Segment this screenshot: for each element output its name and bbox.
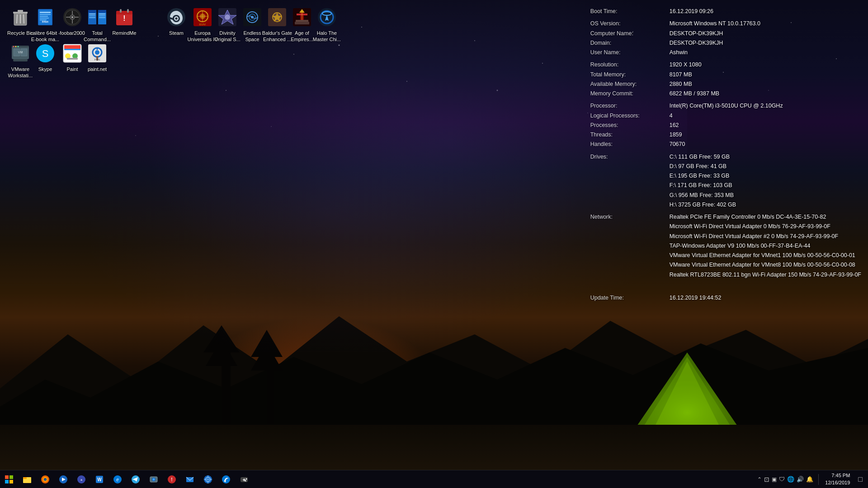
logical-proc-key: Logical Processors: <box>590 111 670 121</box>
svg-marker-8 <box>628 352 746 438</box>
total-memory-val: 8107 MB <box>670 70 692 80</box>
boot-time-val: 16.12.2019 09:26 <box>670 7 713 16</box>
paintnet-label: paint.net <box>88 66 107 72</box>
svg-rect-55 <box>13 59 28 61</box>
start-button[interactable] <box>0 470 18 488</box>
sysinfo-update: Update Time: 16.12.2019 19:44:52 <box>590 293 861 303</box>
skype-icon: S <box>34 42 56 64</box>
taskbar-clock[interactable]: 7:45 PM 12/16/2019 <box>821 472 854 486</box>
svg-rect-104 <box>9 480 13 483</box>
svg-rect-44 <box>116 11 132 14</box>
processor-key: Processor: <box>590 101 670 111</box>
skype-label: Skype <box>38 66 52 72</box>
drives-key: Drives: <box>590 152 670 162</box>
svg-rect-14 <box>13 12 28 14</box>
svg-marker-5 <box>251 330 283 434</box>
taskbar-file-explorer[interactable] <box>18 470 36 488</box>
taskbar-edge2[interactable] <box>217 470 235 488</box>
paint-label: Paint <box>66 66 78 72</box>
taskbar-app4[interactable]: + <box>72 470 90 488</box>
horizon-glow <box>181 316 452 407</box>
svg-rect-103 <box>5 480 9 483</box>
svg-text:PDN: PDN <box>94 58 100 61</box>
tray-network-icon[interactable]: 🌐 <box>787 476 794 483</box>
svg-rect-46 <box>127 9 129 13</box>
logical-proc-val: 4 <box>670 111 673 121</box>
tray-vm-icon[interactable]: ▣ <box>772 476 777 483</box>
taskbar-browser2[interactable] <box>199 470 217 488</box>
svg-text:64bit: 64bit <box>42 20 48 23</box>
svg-text:S: S <box>42 48 49 59</box>
svg-rect-106 <box>23 477 27 479</box>
mountains-silhouette <box>0 298 868 434</box>
domain-val: DESKTOP-DK39KJH <box>670 38 723 48</box>
paintnet-icon-item[interactable]: PDN paint.net <box>79 41 115 74</box>
svg-rect-15 <box>18 10 23 12</box>
avail-memory-key: Available Memory: <box>590 80 670 89</box>
threads-val: 1859 <box>670 130 682 140</box>
remindme-icon-item[interactable]: ! RemindMe <box>106 5 142 38</box>
drives-values: C:\ 111 GB Free: 59 GB D:\ 97 GB Free: 4… <box>670 152 736 210</box>
svg-marker-0 <box>0 316 868 434</box>
drive-c: C:\ 111 GB Free: 59 GB <box>670 152 736 162</box>
svg-rect-37 <box>89 14 95 14</box>
svg-rect-94 <box>296 20 308 22</box>
svg-text:e: e <box>116 477 119 482</box>
processor-val: Intel(R) Core(TM) i3-5010U CPU @ 2.10GHz <box>670 101 783 111</box>
svg-rect-60 <box>64 45 80 49</box>
svg-rect-39 <box>89 17 95 18</box>
tray-expand-icon[interactable]: ⌃ <box>757 476 762 483</box>
svg-rect-101 <box>5 475 9 479</box>
svg-rect-102 <box>9 475 13 479</box>
svg-marker-6 <box>253 334 280 357</box>
net-adapter-1: Microsoft Wi-Fi Direct Virtual Adapter 0… <box>670 222 861 231</box>
taskbar-screenshot[interactable] <box>145 470 163 488</box>
sysinfo-os: OS Version: Microsoft Windows NT 10.0.17… <box>590 19 861 57</box>
halo-icon <box>316 6 338 28</box>
svg-rect-61 <box>64 49 80 50</box>
taskbar-telegram[interactable] <box>127 470 145 488</box>
drive-e: E:\ 195 GB Free: 33 GB <box>670 171 736 181</box>
tray-security-icon[interactable]: 🛡 <box>779 476 785 483</box>
avail-memory-val: 2880 MB <box>670 80 692 89</box>
remindme-label: RemindMe <box>112 30 136 36</box>
svg-point-12 <box>624 429 750 447</box>
tray-taskview-icon[interactable]: ⊡ <box>764 476 769 483</box>
svg-point-134 <box>246 478 247 479</box>
taskbar-antivirus[interactable]: ! <box>163 470 181 488</box>
tray-notification-icon[interactable]: 🔔 <box>806 476 813 483</box>
svg-rect-36 <box>98 10 106 13</box>
halo-icon-item[interactable]: Halo The Master Chi... <box>309 5 345 45</box>
tray-action-center[interactable]: □ <box>856 475 864 483</box>
taskbar-media[interactable] <box>54 470 72 488</box>
svg-marker-10 <box>637 357 737 436</box>
svg-point-51 <box>15 46 17 47</box>
tray-divider <box>818 474 819 485</box>
os-version-key: OS Version: <box>590 19 670 28</box>
svg-line-16 <box>17 14 17 23</box>
taskbar-firefox[interactable] <box>36 470 54 488</box>
domain-key: Domain: <box>590 38 670 48</box>
svg-text:!: ! <box>171 477 172 482</box>
taskbar-email[interactable] <box>181 470 199 488</box>
svg-rect-49 <box>12 46 29 47</box>
sysinfo-network: Network: Realtek PCIe FE Family Controll… <box>590 212 861 280</box>
net-adapter-5: VMware Virtual Ethernet Adapter for VMne… <box>670 260 861 270</box>
net-adapter-4: VMware Virtual Ethernet Adapter for VMne… <box>670 251 861 260</box>
svg-point-73 <box>175 18 178 20</box>
taskbar-game[interactable] <box>235 470 253 488</box>
drive-g: G:\ 956 MB Free: 353 MB <box>670 191 736 200</box>
user-name-key: User Name: <box>590 48 670 57</box>
tray-volume-icon[interactable]: 🔊 <box>797 476 804 483</box>
svg-rect-22 <box>40 14 51 15</box>
computer-name-val: DESKTOP-DK39KJH <box>670 29 723 38</box>
taskbar-edge[interactable]: e <box>108 470 127 488</box>
boot-time-key: Boot Time: <box>590 7 670 16</box>
tent-silhouette <box>619 348 755 447</box>
taskbar: + W e <box>0 470 868 488</box>
desktop: Recycle Bin 64bit calibre 64bit - E-book… <box>0 0 868 488</box>
steam-label: Steam <box>169 30 184 36</box>
svg-rect-42 <box>99 17 105 18</box>
clock-time: 7:45 PM <box>825 472 850 479</box>
taskbar-word[interactable]: W <box>90 470 108 488</box>
